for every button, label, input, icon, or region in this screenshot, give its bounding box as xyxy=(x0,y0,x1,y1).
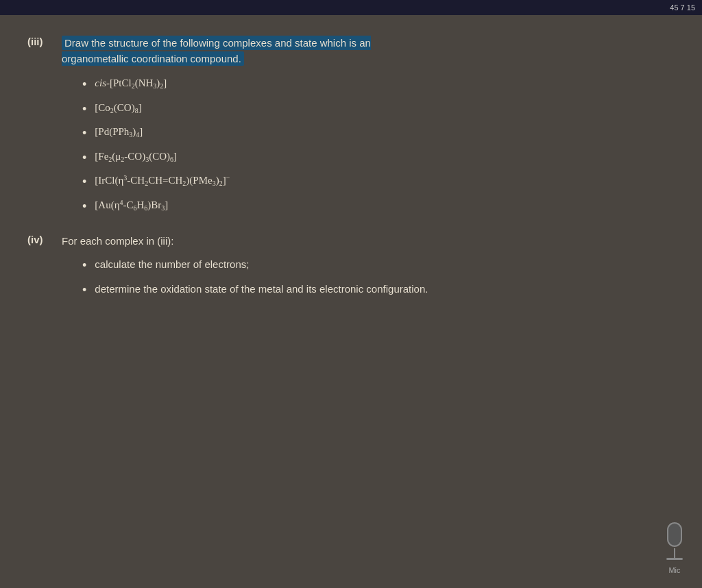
question-iii-block: (iii) Draw the structure of the followin… xyxy=(27,36,675,215)
bullet-dot: • xyxy=(82,175,86,190)
question-iii-text-span: Draw the structure of the following comp… xyxy=(62,36,371,66)
mic-label: Mic xyxy=(668,566,680,574)
bullet-dot: • xyxy=(82,77,86,93)
compound-5-formula: [IrCl(η3-CH2CH=CH2)(PMe3)2]− xyxy=(95,175,230,186)
mic-indicator: Mic xyxy=(647,478,702,588)
content-area: (iii) Draw the structure of the followin… xyxy=(0,15,702,588)
compound-2-formula: [Co2(CO)8] xyxy=(95,102,141,114)
mic-icon xyxy=(661,522,688,563)
sub-bullet-1-text: calculate the number of electrons; xyxy=(95,258,249,270)
mic-stand xyxy=(674,548,675,558)
sub-bullets-list: • calculate the number of electrons; • d… xyxy=(27,258,675,297)
compound-4-formula: [Fe2(μ2-CO)3(CO)6] xyxy=(95,151,177,162)
compound-3-formula: [Pd(PPh3)4] xyxy=(95,126,143,138)
list-item: • [Co2(CO)8] xyxy=(82,102,675,117)
bullet-dot: • xyxy=(82,283,86,298)
compounds-list: • cis-[PtCl2(NH3)2] • [Co2(CO)8] • [Pd(P… xyxy=(27,77,675,215)
question-iv-block: (iv) For each complex in (iii): • calcul… xyxy=(27,234,675,298)
top-bar-text: 45 7 15 xyxy=(670,3,695,12)
list-item: • calculate the number of electrons; xyxy=(82,258,675,273)
bullet-dot: • xyxy=(82,151,86,166)
question-iii-number: (iii) xyxy=(27,36,62,47)
top-bar: 45 7 15 xyxy=(0,0,702,15)
list-item: • [Pd(PPh3)4] xyxy=(82,126,675,141)
question-iv-header: (iv) For each complex in (iii): xyxy=(27,234,675,249)
list-item: • [IrCl(η3-CH2CH=CH2)(PMe3)2]− xyxy=(82,175,675,190)
list-item: • [Au(η4-C6H6)Br3] xyxy=(82,199,675,215)
screen: 45 7 15 (iii) Draw the structure of the … xyxy=(0,0,702,588)
question-iii-header: (iii) Draw the structure of the followin… xyxy=(27,36,675,66)
list-item: • [Fe2(μ2-CO)3(CO)6] xyxy=(82,151,675,166)
bullet-dot: • xyxy=(82,199,86,215)
mic-base xyxy=(666,558,683,560)
compound-6-formula: [Au(η4-C6H6)Br3] xyxy=(95,199,168,211)
question-iv-number: (iv) xyxy=(27,234,62,245)
bullet-dot: • xyxy=(82,258,86,273)
list-item: • cis-[PtCl2(NH3)2] xyxy=(82,77,675,93)
question-iii-text: Draw the structure of the following comp… xyxy=(62,36,371,66)
bullet-dot: • xyxy=(82,126,86,141)
compound-1-formula: cis-[PtCl2(NH3)2] xyxy=(95,77,167,89)
list-item: • determine the oxidation state of the m… xyxy=(82,283,675,298)
bullet-dot: • xyxy=(82,102,86,117)
question-iv-text: For each complex in (iii): xyxy=(62,234,173,249)
mic-body xyxy=(667,522,682,547)
sub-bullet-2-text: determine the oxidation state of the met… xyxy=(95,283,428,295)
